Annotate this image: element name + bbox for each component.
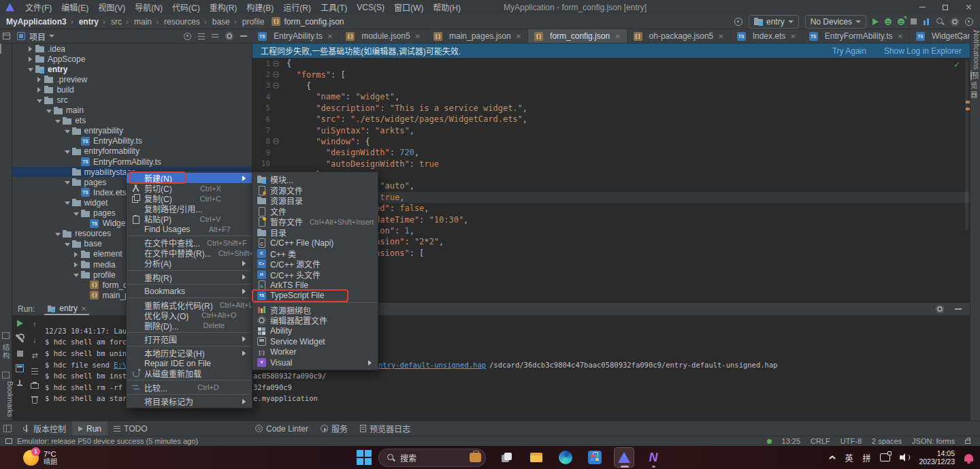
show-log-link[interactable]: Show Log in Explorer (884, 46, 962, 56)
soft-wrap-icon[interactable] (31, 368, 38, 374)
code-line[interactable]: 6 "src": "./ets/widget/pages/WidgetCard.… (252, 114, 970, 125)
context-menu-item[interactable] (127, 332, 251, 333)
structure-label[interactable]: 结构 (0, 343, 12, 359)
panel-settings-icon[interactable] (225, 32, 233, 40)
clear-console-icon[interactable] (32, 398, 37, 404)
submenu-item[interactable]: Service Widget (252, 336, 378, 347)
taskbar-search[interactable]: 搜索 (378, 449, 486, 467)
bookmarks-label[interactable]: Bookmarks (2, 381, 14, 417)
previewer-tool-icon[interactable] (970, 70, 972, 81)
edge-browser-button[interactable] (555, 447, 576, 468)
context-menu-item[interactable] (127, 297, 251, 298)
editor-tab[interactable]: main_pages.json ✕ (427, 29, 528, 43)
submenu-item[interactable]: 暂存文件 Ctrl+Alt+Shift+Insert (252, 216, 378, 227)
menubar-item[interactable]: VCS(S) (352, 0, 389, 14)
breadcrumb-item[interactable]: main (133, 17, 163, 27)
fold-icon[interactable] (270, 71, 281, 78)
menubar-item[interactable]: 帮助(H) (428, 0, 466, 14)
up-stack-icon[interactable]: ↑ (31, 320, 39, 328)
edit-config-icon[interactable] (16, 334, 24, 342)
code-line[interactable]: 9 "designWidth": 720, (252, 147, 970, 158)
submenu-item[interactable]: C/C++ File (Napi) (252, 238, 378, 248)
tree-chevron-icon[interactable] (64, 148, 70, 155)
services-button[interactable]: 服务 (314, 421, 354, 436)
close-button[interactable] (957, 0, 980, 14)
profiler-button[interactable] (923, 18, 930, 25)
menubar-item[interactable]: 运行(R) (278, 0, 316, 14)
tree-chevron-icon[interactable] (27, 66, 33, 72)
tool-window-icon[interactable] (3, 33, 10, 39)
chevron-down-icon[interactable] (49, 35, 54, 37)
down-stack-icon[interactable]: ↓ (31, 336, 39, 344)
code-line[interactable]: 4 "name": "widget", (252, 91, 970, 102)
fold-icon[interactable] (270, 61, 281, 67)
tree-chevron-icon[interactable] (82, 292, 88, 298)
tree-item[interactable]: .preview (12, 74, 252, 84)
submenu-item[interactable]: 资源目录 (252, 195, 378, 206)
fold-icon[interactable] (270, 138, 281, 144)
editor-tab[interactable]: form_config.json ✕ (528, 29, 627, 43)
menubar-item[interactable]: 工具(T) (316, 0, 352, 14)
context-menu-item[interactable]: 粘贴(P) Ctrl+V (127, 214, 252, 224)
status-message[interactable]: Emulator: release P50 device success (5 … (17, 437, 198, 445)
context-menu-item[interactable]: 复制(C) Ctrl+C (127, 193, 252, 204)
context-menu-item[interactable] (127, 284, 251, 285)
ime-english-indicator[interactable]: 英 (845, 452, 853, 464)
context-menu-item[interactable]: 新建(N) (127, 173, 252, 183)
context-menu-item[interactable] (127, 270, 251, 271)
expand-all-icon[interactable] (198, 33, 205, 39)
fold-icon[interactable] (270, 82, 281, 88)
restart-icon[interactable]: ⇄ (31, 351, 39, 359)
submenu-item[interactable]: Visual (252, 357, 378, 368)
tree-item[interactable]: entry (12, 64, 252, 74)
notifications-label[interactable]: Notifications (970, 31, 980, 69)
tree-chevron-icon[interactable] (64, 128, 70, 134)
code-line[interactable]: 5 "description": "This is a service widg… (252, 103, 970, 114)
tree-item[interactable]: build (12, 84, 252, 95)
context-menu-item[interactable]: Find Usages Alt+F7 (127, 224, 252, 234)
caret-position[interactable]: 13:25 (782, 437, 801, 445)
hidden-icons-chevron[interactable] (829, 455, 835, 461)
layout-icon[interactable] (16, 364, 24, 372)
tree-item[interactable]: AppScope (12, 54, 252, 64)
menubar-item[interactable]: 重构(R) (205, 0, 242, 14)
menubar-item[interactable]: 构建(B) (242, 0, 278, 14)
tree-item[interactable]: main (12, 106, 252, 116)
breadcrumb-item[interactable]: profile (242, 17, 265, 27)
close-tab-icon[interactable]: ✕ (327, 33, 333, 40)
bookmarks-tool-icon[interactable] (2, 372, 10, 378)
device-selector[interactable]: No Devices (805, 15, 866, 29)
editor-scrollbar[interactable] (965, 60, 968, 230)
task-view-button[interactable] (497, 447, 517, 468)
tree-chevron-icon[interactable] (36, 76, 42, 82)
tree-chevron-icon[interactable] (73, 272, 79, 278)
submenu-item[interactable]: C++ 类 (252, 248, 378, 259)
editor-tab[interactable]: EntryAbility.ts ✕ (252, 29, 340, 43)
context-menu-item[interactable] (127, 346, 251, 346)
context-menu-item[interactable] (127, 236, 251, 236)
context-menu-item[interactable] (127, 394, 251, 395)
submenu-item[interactable]: 编辑器配置文件 (252, 315, 378, 326)
tree-chevron-icon[interactable] (73, 251, 79, 257)
context-menu-item[interactable]: 将目录标记为 (127, 396, 252, 406)
microsoft-store-button[interactable] (585, 447, 605, 468)
breadcrumb-item[interactable]: resources (163, 17, 212, 27)
tree-chevron-icon[interactable] (73, 261, 79, 268)
line-ending[interactable]: CRLF (811, 437, 830, 445)
context-menu-item[interactable]: 比较... Ctrl+D (127, 383, 252, 393)
tree-chevron-icon[interactable] (46, 108, 52, 114)
deveco-studio-button[interactable] (614, 447, 634, 468)
context-menu-item[interactable]: 从磁盘重新加载 (127, 368, 252, 378)
speaker-icon[interactable] (900, 453, 909, 462)
run-config-selector[interactable]: entry (749, 15, 799, 29)
tree-chevron-icon[interactable] (36, 97, 42, 103)
search-everywhere-icon[interactable] (936, 18, 945, 26)
tree-chevron-icon[interactable] (73, 210, 79, 216)
run-tool-button[interactable]: Run (72, 421, 108, 436)
context-menu-item[interactable]: Bookmarks (127, 286, 252, 296)
ime-pinyin-indicator[interactable]: 拼 (862, 452, 870, 464)
tree-chevron-icon[interactable] (36, 86, 42, 93)
tree-chevron-icon[interactable] (82, 282, 88, 288)
context-menu-item[interactable]: Repair IDE on File (127, 358, 252, 368)
context-menu-item[interactable]: 删除(D)... Delete (127, 321, 252, 331)
